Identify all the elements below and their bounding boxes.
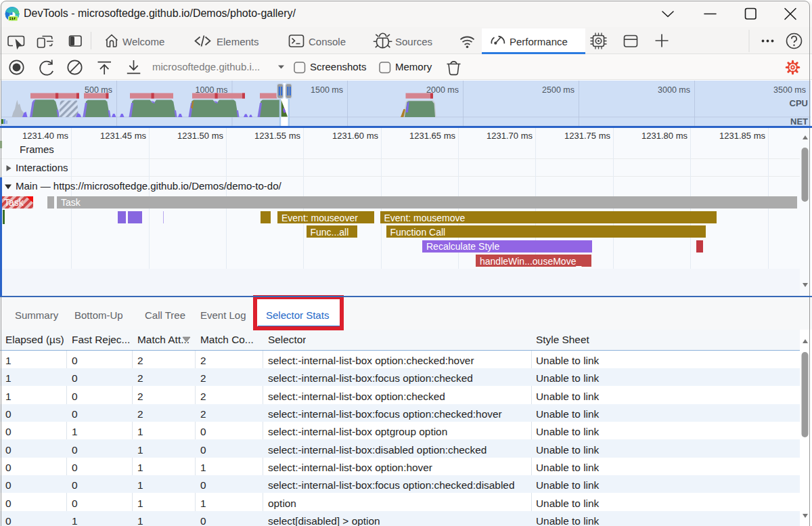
svg-text:Task: Task: [4, 197, 24, 208]
